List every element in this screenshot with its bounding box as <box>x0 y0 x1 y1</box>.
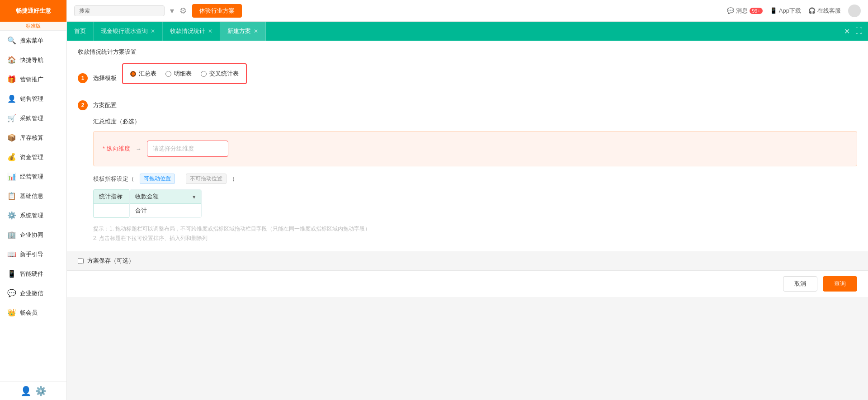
metrics-col-dropdown-icon[interactable]: ▾ <box>193 193 196 200</box>
sidebar-item-label: 企业微信 <box>20 289 43 297</box>
step2-label: 方案配置 <box>93 101 117 109</box>
support-icon: 🎧 <box>808 7 816 14</box>
tab-collection-stats-close[interactable]: ✕ <box>208 28 212 34</box>
tab-home-label: 首页 <box>74 27 86 35</box>
metrics-header: 收款金额 ▾ <box>130 190 201 204</box>
sidebar-item-finance[interactable]: 💰 资金管理 <box>0 147 66 167</box>
tab-collection-stats-label: 收款情况统计 <box>170 27 205 35</box>
sidebar-item-label: 资金管理 <box>20 153 43 161</box>
sidebar-bottom-icon2[interactable]: ⚙️ <box>35 386 47 396</box>
query-button[interactable]: 查询 <box>823 276 857 292</box>
sidebar-item-label: 快捷导航 <box>20 56 43 64</box>
radio-detail[interactable]: 明细表 <box>165 70 192 78</box>
money-icon: 💰 <box>7 153 16 161</box>
industry-btn[interactable]: 体验行业方案 <box>192 4 242 18</box>
template-section: 汇总表 明细表 交叉统计表 <box>122 63 247 84</box>
notification-item[interactable]: 💬 消息 99+ <box>727 7 763 15</box>
user-icon: 👤 <box>7 94 16 103</box>
sidebar-item-basic-info[interactable]: 📋 基础信息 <box>0 186 66 206</box>
tab-home[interactable]: 首页 <box>67 22 94 41</box>
sidebar-item-label: 营销推广 <box>20 75 43 84</box>
summary-dim-title: 汇总维度（必选） <box>93 118 857 126</box>
step2-content: 汇总维度（必选） * 纵向维度 → 请选择分组维度 模板指标设定（ <box>93 118 857 242</box>
sidebar-bottom: 👤 ⚙️ <box>0 381 66 400</box>
step2-row: 2 方案配置 <box>78 100 857 110</box>
sidebar-item-label: 销售管理 <box>20 95 43 103</box>
sidebar-item-quick-nav[interactable]: 🏠 快捷导航 <box>0 50 66 70</box>
sidebar-item-purchase[interactable]: 🛒 采购管理 <box>0 108 66 128</box>
metrics-config: 模板指标设定（ 可拖动位置 不可拖动位置 ） 统计指标 <box>93 174 857 218</box>
tab-expand-icon[interactable]: ⛶ <box>855 27 863 35</box>
tab-bar-actions: ✕ ⛶ <box>839 22 868 41</box>
sidebar-item-label: 搜索菜单 <box>20 37 43 45</box>
radio-summary[interactable]: 汇总表 <box>130 70 156 78</box>
dropdown-icon[interactable]: ▾ <box>170 6 174 16</box>
tab-bank-flow[interactable]: 现金银行流水查询 ✕ <box>94 22 163 41</box>
box-icon: 📦 <box>7 133 16 142</box>
message-icon: 💬 <box>727 7 734 14</box>
sidebar-item-label: 库存核算 <box>20 134 43 142</box>
step1-row: 1 选择模板 汇总表 明细表 交叉统计表 <box>78 63 857 93</box>
tab-new-plan-label: 新建方案 <box>227 27 251 35</box>
gear-icon: ⚙️ <box>7 211 16 220</box>
search-input[interactable] <box>74 5 165 16</box>
tab-collection-stats[interactable]: 收款情况统计 ✕ <box>163 22 220 41</box>
sidebar-item-search-menu[interactable]: 🔍 搜索菜单 <box>0 31 66 50</box>
metrics-sub-row: 合计 <box>130 204 201 217</box>
sidebar-item-label: 采购管理 <box>20 114 43 122</box>
metrics-category-header: 统计指标 <box>94 190 129 204</box>
tab-bank-flow-close[interactable]: ✕ <box>151 28 155 34</box>
sidebar-item-marketing[interactable]: 🎁 营销推广 <box>0 70 66 89</box>
app-download-item[interactable]: 📱 App下载 <box>770 7 801 15</box>
tab-bank-flow-label: 现金银行流水查询 <box>101 27 148 35</box>
home-icon: 🏠 <box>7 56 16 64</box>
sidebar-bottom-icon1[interactable]: 👤 <box>20 386 32 396</box>
radio-cross-input[interactable] <box>201 71 207 77</box>
online-support-label: 在线客服 <box>817 7 841 15</box>
tab-new-plan-close[interactable]: ✕ <box>254 28 258 34</box>
dimension-selector[interactable]: 请选择分组维度 <box>147 141 228 157</box>
sidebar-item-label: 畅会员 <box>20 309 38 317</box>
sidebar-item-sales[interactable]: 👤 销售管理 <box>0 89 66 108</box>
sidebar-item-beginner[interactable]: 📖 新手引导 <box>0 245 66 264</box>
crown-icon: 👑 <box>7 308 16 317</box>
sidebar-item-corp-wechat[interactable]: 💬 企业微信 <box>0 283 66 303</box>
sidebar-item-corp-collab[interactable]: 🏢 企业协同 <box>0 225 66 245</box>
radio-detail-label: 明细表 <box>174 70 192 78</box>
user-avatar[interactable] <box>848 5 861 17</box>
sidebar-item-label: 系统管理 <box>20 212 43 220</box>
online-support-item[interactable]: 🎧 在线客服 <box>808 7 841 15</box>
tips-section: 提示：1. 拖动标题栏可以调整布局，不可跨维度或指标区域拖动栏目字段（只能在同一… <box>93 225 857 242</box>
non-draggable-tag: 不可拖动位置 <box>186 174 226 184</box>
tip1: 提示：1. 拖动标题栏可以调整布局，不可跨维度或指标区域拖动栏目字段（只能在同一… <box>93 225 857 233</box>
content-wrapper: 收款情况统计方案设置 1 选择模板 汇总表 明细表 <box>67 41 868 400</box>
sidebar-item-smart-hw[interactable]: 📱 智能硬件 <box>0 264 66 283</box>
sidebar: 畅捷通好生意 标准版 🔍 搜索菜单 🏠 快捷导航 🎁 营销推广 👤 销售管理 🛒… <box>0 0 67 400</box>
sidebar-item-system[interactable]: ⚙️ 系统管理 <box>0 206 66 225</box>
sidebar-item-member[interactable]: 👑 畅会员 <box>0 303 66 322</box>
radio-cross[interactable]: 交叉统计表 <box>201 70 239 78</box>
page-title: 收款情况统计方案设置 <box>78 48 857 56</box>
sidebar-item-label: 经营管理 <box>20 173 43 181</box>
metrics-config-title-suffix: ） <box>232 175 238 183</box>
radio-summary-input[interactable] <box>130 71 136 77</box>
sidebar-item-operations[interactable]: 📊 经营管理 <box>0 167 66 186</box>
metrics-table-wrapper: 统计指标 收款金额 ▾ 合计 <box>93 189 857 218</box>
tab-close-all-icon[interactable]: ✕ <box>844 27 850 36</box>
save-checkbox[interactable] <box>78 258 84 264</box>
cancel-button[interactable]: 取消 <box>783 276 817 292</box>
radio-detail-input[interactable] <box>165 71 171 77</box>
app-download-label: App下载 <box>779 7 801 15</box>
building-icon: 🏢 <box>7 231 16 239</box>
logo-text: 畅捷通好生意 <box>16 7 51 15</box>
dimension-row: * 纵向维度 → 请选择分组维度 <box>103 141 848 157</box>
tab-new-plan[interactable]: 新建方案 ✕ <box>220 22 266 41</box>
edition-badge: 标准版 <box>0 22 66 31</box>
cart-icon: 🛒 <box>7 114 16 122</box>
radio-summary-label: 汇总表 <box>139 70 156 78</box>
settings-icon[interactable]: ⚙ <box>179 6 187 16</box>
tip2: 2. 点击标题栏下拉可设置排序、插入列和删除列 <box>93 235 857 242</box>
sidebar-item-inventory[interactable]: 📦 库存核算 <box>0 128 66 147</box>
main-area: ▾ ⚙ 体验行业方案 💬 消息 99+ 📱 App下载 🎧 在线客服 首页 <box>67 0 868 400</box>
required-star: * <box>103 145 105 152</box>
